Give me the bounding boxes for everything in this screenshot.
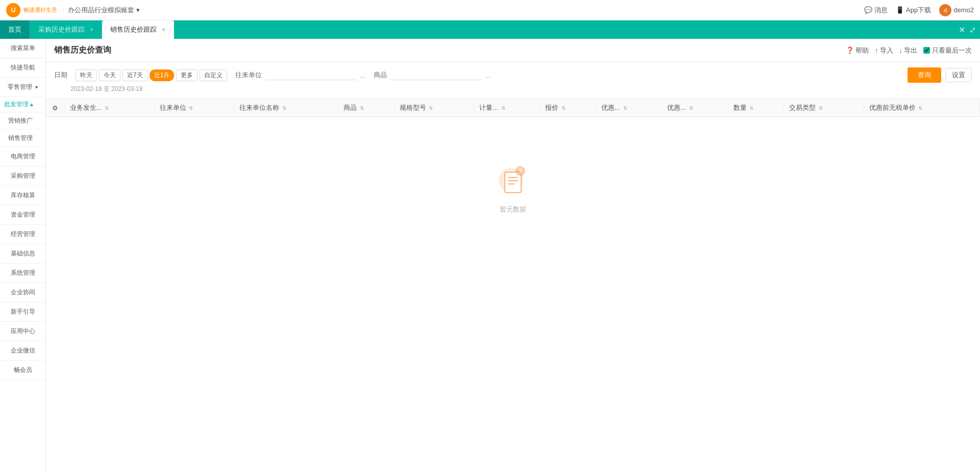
table-col-pretax-price[interactable]: 优惠前无税单价 ⇅ xyxy=(864,99,979,117)
sidebar-item-inventory[interactable]: 库存核算 xyxy=(0,186,45,205)
sidebar-item-finance[interactable]: 资金管理 xyxy=(0,205,45,225)
empty-state: ? 暂元数据 xyxy=(46,117,980,255)
app-selector-label: 办公用品行业模拟账套 xyxy=(68,6,134,15)
col-quantity-label: 数量 xyxy=(733,104,747,111)
date-btn-today[interactable]: 今天 xyxy=(99,69,120,81)
message-button[interactable]: 💬 消息 xyxy=(864,6,888,15)
sidebar-item-retail-mgmt[interactable]: 零售管理 ▾ xyxy=(0,78,45,97)
sort-icon-trade-type[interactable]: ⇅ xyxy=(819,105,823,111)
table-col-trade-type[interactable]: 交易类型 ⇅ xyxy=(784,99,864,117)
user-profile[interactable]: d demo2 xyxy=(939,4,974,16)
sort-icon-discount1[interactable]: ⇅ xyxy=(623,105,627,111)
settings-button[interactable]: 设置 xyxy=(945,68,972,82)
logo-area: U 畅捷通好生意 xyxy=(6,3,57,17)
import-icon: ↑ xyxy=(875,46,878,54)
table-col-product[interactable]: 商品 ⇅ xyxy=(338,99,395,117)
sort-icon-pretax-price[interactable]: ⇅ xyxy=(918,105,922,111)
table-col-quote[interactable]: 报价 ⇅ xyxy=(540,99,596,117)
table-col-partner-name[interactable]: 往来单位名称 ⇅ xyxy=(234,99,338,117)
table-col-unit[interactable]: 计量... ⇅ xyxy=(474,99,540,117)
table-col-discount1[interactable]: 优惠... ⇅ xyxy=(596,99,662,117)
sidebar-item-wholesale-mgmt[interactable]: 批发管理 ▴ xyxy=(0,97,45,112)
col-quote-label: 报价 xyxy=(545,104,558,111)
tab-bar: 首页 采购历史价跟踪 × 销售历史价跟踪 × ✕ ⤢ xyxy=(0,20,980,39)
sort-icon-spec[interactable]: ⇅ xyxy=(429,105,433,111)
date-btn-1month[interactable]: 近1月 xyxy=(150,69,175,81)
sidebar-item-ecommerce[interactable]: 电商管理 xyxy=(0,147,45,167)
sort-icon-biz-date[interactable]: ⇅ xyxy=(105,105,109,111)
sidebar-item-app-center[interactable]: 应用中心 xyxy=(0,322,45,341)
sort-icon-partner-code[interactable]: ⇅ xyxy=(189,105,193,111)
tab-home[interactable]: 首页 xyxy=(0,20,30,39)
help-button[interactable]: ❓ 帮助 xyxy=(846,46,869,55)
sidebar-sub-item-marketing[interactable]: 营销推广 xyxy=(0,112,45,130)
partner-filter-input[interactable] xyxy=(265,70,357,80)
content-area: 销售历史价查询 ❓ 帮助 ↑ 导入 ↓ 导出 只看最后一次 xyxy=(46,39,980,472)
partner-filter-label: 往来单位 xyxy=(235,70,262,80)
col-spec-label: 规格型号 xyxy=(400,104,426,111)
export-button[interactable]: ↓ 导出 xyxy=(899,46,918,55)
tab-sales-history[interactable]: 销售历史价跟踪 × xyxy=(102,20,174,39)
only-last-checkbox[interactable] xyxy=(923,47,930,54)
phone-icon: 📱 xyxy=(896,6,904,14)
page-header: 销售历史价查询 ❓ 帮助 ↑ 导入 ↓ 导出 只看最后一次 xyxy=(46,39,980,62)
only-last-label: 只看最后一次 xyxy=(932,46,972,55)
sort-icon-product[interactable]: ⇅ xyxy=(360,105,364,111)
sort-icon-quote[interactable]: ⇅ xyxy=(561,105,566,111)
tab-purchase-history-close[interactable]: × xyxy=(90,26,93,33)
sidebar-item-system[interactable]: 系统管理 xyxy=(0,264,45,283)
tab-bar-actions: ✕ ⤢ xyxy=(959,20,980,39)
sidebar-sub-item-sales-mgmt[interactable]: 销售管理 xyxy=(0,130,45,147)
page-title: 销售历史价查询 xyxy=(54,45,111,56)
table-col-spec[interactable]: 规格型号 ⇅ xyxy=(394,99,474,117)
tab-purchase-history[interactable]: 采购历史价跟踪 × xyxy=(30,20,102,39)
date-btn-custom[interactable]: 自定义 xyxy=(200,69,227,81)
sidebar-item-enterprise-wechat[interactable]: 企业微信 xyxy=(0,341,45,361)
query-button[interactable]: 查询 xyxy=(908,67,941,83)
import-button[interactable]: ↑ 导入 xyxy=(875,46,893,55)
filter-actions: 查询 设置 xyxy=(908,67,972,83)
username-label: demo2 xyxy=(953,6,974,14)
col-partner-name-label: 往来单位名称 xyxy=(239,104,279,111)
date-btn-7days[interactable]: 近7天 xyxy=(122,69,148,81)
sort-icon-quantity[interactable]: ⇅ xyxy=(749,105,753,111)
sort-icon-unit[interactable]: ⇅ xyxy=(501,105,505,111)
top-bar-left: U 畅捷通好生意 办公用品行业模拟账套 ▾ xyxy=(6,3,144,17)
sidebar-item-member[interactable]: 畅会员 xyxy=(0,361,45,380)
table-col-quantity[interactable]: 数量 ⇅ xyxy=(728,99,784,117)
table-col-discount2[interactable]: 优惠... ⇅ xyxy=(662,99,728,117)
date-btn-yesterday[interactable]: 昨天 xyxy=(76,69,97,81)
sidebar-search-menu-label: 搜索菜单 xyxy=(11,44,35,52)
help-icon: ❓ xyxy=(846,46,854,54)
app-selector[interactable]: 办公用品行业模拟账套 ▾ xyxy=(63,6,144,15)
table-col-biz-date[interactable]: 业务发生... ⇅ xyxy=(64,99,154,117)
maximize-button[interactable]: ⤢ xyxy=(969,25,976,35)
date-btn-more[interactable]: 更多 xyxy=(176,69,198,81)
table-col-partner-code[interactable]: 往来单位 ⇅ xyxy=(154,99,234,117)
partner-filter-field: 往来单位 ... xyxy=(235,70,365,80)
sidebar-item-quick-nav[interactable]: 快捷导航 xyxy=(0,58,45,78)
sidebar-item-enterprise-collab[interactable]: 企业协同 xyxy=(0,283,45,302)
close-all-tabs-button[interactable]: ✕ xyxy=(959,25,965,35)
product-filter-input[interactable] xyxy=(390,70,482,80)
app-download-button[interactable]: 📱 App下载 xyxy=(896,6,931,15)
col-unit-label: 计量... xyxy=(479,104,498,111)
sort-icon-partner-name[interactable]: ⇅ xyxy=(282,105,286,111)
partner-filter-dots[interactable]: ... xyxy=(360,72,365,79)
sidebar-item-search-menu[interactable]: 搜索菜单 xyxy=(0,39,45,58)
sidebar-item-onboarding[interactable]: 新手引导 xyxy=(0,302,45,322)
only-last-checkbox-label[interactable]: 只看最后一次 xyxy=(923,46,972,55)
sort-icon-discount2[interactable]: ⇅ xyxy=(689,105,693,111)
main-layout: 搜索菜单 快捷导航 零售管理 ▾ 批发管理 ▴ 营销推广 销售管理 电商管理 采… xyxy=(0,39,980,472)
tab-sales-history-close[interactable]: × xyxy=(162,26,165,33)
product-filter-dots[interactable]: ... xyxy=(485,72,491,79)
sidebar-item-basic-info[interactable]: 基础信息 xyxy=(0,244,45,264)
table-wrapper: ⚙ 业务发生... ⇅ 往来单位 ⇅ 往来单位名称 ⇅ xyxy=(46,99,980,472)
sidebar-onboarding-label: 新手引导 xyxy=(11,308,35,315)
sidebar-item-purchase[interactable]: 采购管理 xyxy=(0,167,45,186)
sidebar-item-operations[interactable]: 经营管理 xyxy=(0,225,45,244)
sidebar-wholesale-mgmt-label: 批发管理 xyxy=(4,101,29,108)
sidebar-purchase-label: 采购管理 xyxy=(11,172,35,179)
table-col-settings[interactable]: ⚙ xyxy=(46,99,64,117)
product-filter-field: 商品 ... xyxy=(374,70,491,80)
